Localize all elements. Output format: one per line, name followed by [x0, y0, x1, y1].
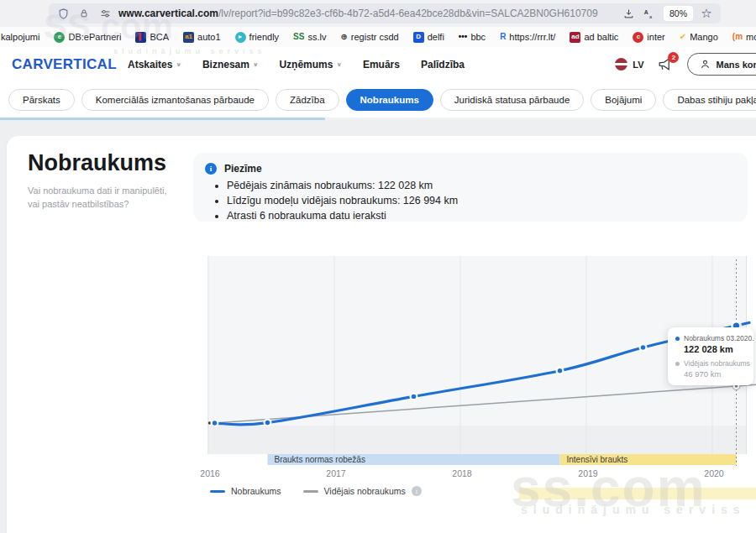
site-header: CARVERTICAL Atskaites∨Biznesam∨Uzņēmums∨… — [0, 47, 756, 82]
x-tick-2018: 2018 — [448, 468, 476, 478]
note-bullet: Atrasti 6 nobraukuma datu ieraksti — [227, 208, 458, 223]
chevron-down-icon: ∨ — [176, 61, 181, 67]
legend-info-icon[interactable]: i — [412, 486, 422, 496]
report-section-card: Nobraukums Vai nobraukuma dati ir manipu… — [7, 136, 756, 533]
bookmark-bca[interactable]: ▌BCA — [135, 32, 169, 43]
note-box: i Piezīme Pēdējais zināmais nobraukums: … — [193, 153, 748, 222]
chevron-down-icon: ∨ — [253, 61, 259, 67]
address-bar[interactable]: www.carvertical.com/lv/report?id=b99c82e… — [49, 3, 721, 24]
mobile-icon: (m — [732, 32, 743, 43]
tab-juridisk-statusa-p-rbaude[interactable]: Juridiskā statusa pārbaude — [440, 89, 584, 111]
chevron-down-icon: ∨ — [336, 61, 342, 67]
bookmark-ad-baltic[interactable]: adad baltic — [570, 32, 618, 43]
bca-icon: ▌ — [135, 32, 146, 43]
nav-biznesam[interactable]: Biznesam∨ — [202, 59, 259, 71]
tooltip-avg-dot — [675, 362, 680, 366]
legend-vid-jais-nobraukums: Vidējais nobraukumsi — [303, 486, 422, 496]
tooltip-series-dot — [675, 337, 680, 341]
bookmark-delfi[interactable]: Ddelfi — [413, 32, 444, 43]
page-zoom-chip[interactable]: 80% — [664, 6, 693, 21]
note-bullet: Līdzīgu modeļu vidējais nobraukums: 126 … — [227, 193, 458, 208]
bookmarks-bar: kalpojumieDB:ePartneri▌BCAa1auto1▸friend… — [0, 27, 756, 47]
note-bullet: Pēdējais zināmais nobraukums: 122 028 km — [227, 178, 458, 193]
svg-text:a: a — [649, 13, 653, 18]
main-nav: Atskaites∨Biznesam∨Uzņēmums∨EmuārsPalīdz… — [128, 47, 465, 81]
language-selector[interactable]: LV — [633, 60, 643, 70]
svg-text:A: A — [644, 8, 648, 14]
bookmark-bbc[interactable]: •••bbc — [459, 32, 486, 43]
browser-toolbar: www.carvertical.com/lv/report?id=b99c82e… — [0, 0, 756, 27]
plot-area — [207, 256, 747, 454]
bookmark-kalpojumi[interactable]: kalpojumi — [1, 32, 39, 42]
plot-bottom-strip — [207, 426, 747, 454]
friendly-icon: ▸ — [235, 32, 246, 43]
https-rrr-lt-icon: R — [500, 32, 506, 43]
tab-dabas-stihiju-pak-aut-ba[interactable]: Dabas stihiju pakļautība — [663, 89, 756, 111]
ad-baltic-icon: ad — [570, 32, 580, 43]
tab-nobraukums[interactable]: Nobraukums — [346, 89, 433, 111]
url-text[interactable]: www.carvertical.com/lv/report?id=b99c82e… — [118, 8, 616, 19]
tab-boj-jumi[interactable]: Bojājumi — [591, 89, 656, 111]
scroll-progress-track — [0, 118, 756, 120]
tab-p-rskats[interactable]: Pārskats — [8, 89, 75, 111]
tooltip-series2-value: 46 970 km — [684, 369, 746, 379]
note-title: Piezīme — [224, 163, 262, 175]
section-subtitle: Vai nobraukuma dati ir manipulēti, vai p… — [28, 184, 179, 211]
permissions-sliders-icon[interactable] — [97, 6, 113, 21]
tab-z-dz-ba[interactable]: Zādzība — [276, 89, 339, 111]
chart-tooltip: Nobraukums 03.2020. 122 028 km Vidējais … — [668, 327, 753, 385]
shield-icon[interactable] — [55, 6, 71, 21]
nav-uz-mums[interactable]: Uzņēmums∨ — [279, 59, 342, 71]
delfi-icon: D — [413, 32, 424, 43]
mileage-point[interactable] — [213, 421, 217, 425]
bookmark-mango[interactable]: ✔Mango — [680, 32, 718, 43]
x-tick-2017: 2017 — [322, 468, 350, 478]
mileage-point[interactable] — [558, 368, 562, 373]
chart-legend: NobraukumsVidējais nobraukumsi — [210, 486, 422, 496]
info-icon: i — [205, 163, 217, 175]
nav-pal-dz-ba[interactable]: Palīdzība — [421, 59, 465, 71]
nav-emu-rs[interactable]: Emuārs — [363, 59, 400, 71]
bookmark-https-rrr-lt[interactable]: Rhttps://rrr.lt/ — [500, 32, 555, 43]
tooltip-series2-label: Vidējais nobraukums — [684, 359, 750, 368]
registr-csdd-icon: ⊕ — [340, 32, 347, 43]
scroll-progress-fill — [0, 118, 325, 120]
inter-icon: c — [633, 32, 643, 43]
translate-icon[interactable]: Aa — [643, 6, 658, 21]
person-icon — [700, 59, 711, 70]
mileage-point[interactable] — [265, 421, 270, 425]
latvia-flag-icon — [615, 58, 627, 71]
save-page-icon[interactable] — [622, 6, 637, 21]
auto1-icon: a1 — [183, 32, 194, 43]
carvertical-logo[interactable]: CARVERTICAL — [12, 56, 117, 73]
bookmark-ss-lv[interactable]: SSss.lv — [293, 32, 326, 43]
bookmark-mobile[interactable]: (mmobile — [732, 32, 756, 43]
tab-komerci-l-s-izmanto-anas-p-rbaude[interactable]: Komerciālās izmantošanas pārbaude — [81, 89, 269, 111]
notification-badge: 2 — [668, 52, 679, 63]
note-bullet-list: Pēdējais zināmais nobraukums: 122 028 km… — [215, 178, 458, 223]
tooltip-series1-label: Nobraukums 03.2020. — [684, 334, 754, 342]
tooltip-series1-value: 122 028 km — [684, 344, 746, 354]
report-tabs: PārskatsKomerciālās izmantošanas pārbaud… — [0, 81, 756, 118]
legend-swatch — [303, 490, 318, 493]
bbc-icon: ••• — [459, 32, 468, 43]
account-button[interactable]: Mans konts — [687, 53, 756, 76]
mileage-point[interactable] — [412, 395, 416, 399]
bookmark-star-icon[interactable]: ☆ — [699, 6, 714, 21]
nav-atskaites[interactable]: Atskaites∨ — [128, 59, 181, 71]
lock-icon[interactable] — [76, 6, 92, 21]
announcements-button[interactable]: 2 — [657, 56, 674, 73]
bookmark-registr-csdd[interactable]: ⊕registr csdd — [340, 32, 398, 43]
legend-swatch — [210, 490, 225, 493]
mileage-point[interactable] — [641, 345, 645, 349]
db-epartneri-icon: e — [54, 32, 65, 43]
watermark-sub: sludinājumu serviss — [521, 503, 746, 516]
bookmark-inter[interactable]: cinter — [633, 32, 664, 43]
zone-label-braukts-normas-robe-s: Braukts normas robežās — [275, 455, 365, 464]
bookmark-db-epartneri[interactable]: eDB:ePartneri — [54, 32, 121, 43]
bookmark-auto1[interactable]: a1auto1 — [183, 32, 221, 43]
legend-nobraukums: Nobraukums — [210, 486, 281, 496]
section-title: Nobraukums — [28, 150, 166, 176]
bookmark-friendly[interactable]: ▸friendly — [235, 32, 279, 43]
mango-icon: ✔ — [680, 32, 686, 43]
